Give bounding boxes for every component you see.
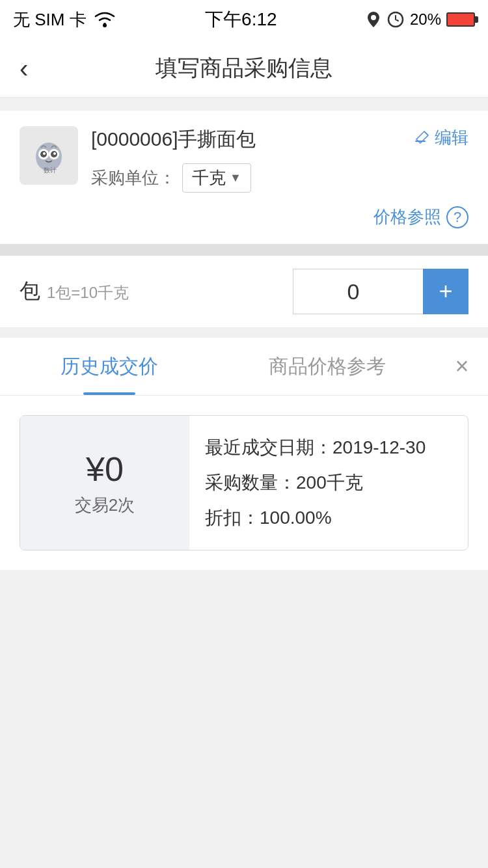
unit-select[interactable]: 千克 ▼: [182, 163, 251, 193]
tab-history-price[interactable]: 历史成交价: [0, 338, 218, 395]
edit-button[interactable]: 编辑: [413, 126, 468, 149]
tab-content: ¥0 交易2次 最近成交日期：2019-12-30 采购数量：200千克 折扣：…: [0, 396, 488, 570]
wifi-icon: [93, 11, 116, 28]
qty-label-wrap: 包 1包=10千克: [20, 277, 129, 306]
price-detail-discount: 折扣：100.00%: [205, 506, 452, 530]
recent-date-label: 最近成交日期：: [205, 437, 332, 457]
price-card: ¥0 交易2次 最近成交日期：2019-12-30 采购数量：200千克 折扣：…: [20, 415, 468, 550]
svg-text:数计: 数计: [44, 167, 57, 174]
nav-bar: ‹ 填写商品采购信息: [0, 39, 488, 98]
price-number: 0: [105, 450, 124, 488]
price-value: ¥0: [86, 450, 124, 489]
status-left: 无 SIM 卡: [13, 8, 116, 31]
price-ref-row: 价格参照 ?: [20, 206, 468, 228]
main-background: [0, 570, 488, 868]
price-detail-date: 最近成交日期：2019-12-30: [205, 435, 452, 460]
price-currency: ¥: [86, 450, 105, 488]
svg-point-8: [43, 152, 46, 155]
back-button[interactable]: ‹: [20, 55, 28, 81]
tab-header: 历史成交价 商品价格参考 ×: [0, 338, 488, 396]
quantity-row: 包 1包=10千克 0 +: [0, 256, 488, 327]
alarm-icon: [386, 10, 405, 29]
svg-point-0: [103, 23, 107, 27]
price-ref-info-icon[interactable]: ?: [446, 206, 468, 228]
price-detail-quantity: 采购数量：200千克: [205, 470, 452, 495]
edit-label: 编辑: [435, 126, 468, 149]
product-info: [0000006]手撕面包 采购单位： 千克 ▼: [91, 126, 413, 193]
page-title: 填写商品采购信息: [156, 53, 332, 83]
status-right: 20%: [366, 10, 475, 29]
section-divider: [0, 244, 488, 256]
status-bar: 无 SIM 卡 下午6:12 20%: [0, 0, 488, 39]
svg-rect-11: [415, 141, 426, 142]
quantity-input[interactable]: 0: [293, 269, 423, 314]
tab-close-button[interactable]: ×: [436, 338, 488, 395]
price-card-right: 最近成交日期：2019-12-30 采购数量：200千克 折扣：100.00%: [189, 416, 468, 550]
battery-percent: 20%: [410, 10, 441, 29]
edit-icon: [413, 129, 431, 147]
price-count: 交易2次: [75, 494, 135, 517]
tab-history-price-label: 历史成交价: [61, 353, 158, 380]
carrier-text: 无 SIM 卡: [13, 8, 87, 31]
discount-label: 折扣：: [205, 508, 260, 528]
quantity-plus-button[interactable]: +: [423, 269, 468, 314]
product-logo-icon: 数计: [29, 136, 68, 175]
qty-input-wrap: 0 +: [293, 269, 468, 314]
battery-icon: [446, 12, 475, 27]
location-icon: [366, 10, 381, 29]
status-time: 下午6:12: [205, 7, 277, 32]
unit-value: 千克: [192, 167, 226, 189]
qty-unit-label: 包: [20, 277, 40, 306]
product-image: 数计: [20, 126, 78, 185]
product-unit-row: 采购单位： 千克 ▼: [91, 163, 413, 193]
product-header: 数计 [0000006]手撕面包 采购单位： 千克 ▼ 编辑: [20, 126, 468, 193]
quantity-value: 200千克: [296, 472, 363, 493]
tab-product-price-ref-label: 商品价格参考: [269, 353, 386, 380]
recent-date-value: 2019-12-30: [332, 437, 426, 457]
product-left: 数计 [0000006]手撕面包 采购单位： 千克 ▼: [20, 126, 413, 193]
svg-point-1: [371, 15, 376, 20]
unit-label: 采购单位：: [91, 167, 176, 189]
product-card: 数计 [0000006]手撕面包 采购单位： 千克 ▼ 编辑: [0, 111, 488, 244]
discount-value: 100.00%: [260, 508, 332, 528]
tab-panel: 历史成交价 商品价格参考 × ¥0 交易2次 最近成交日期：2019-12-30…: [0, 338, 488, 570]
price-card-left: ¥0 交易2次: [20, 416, 189, 550]
svg-point-9: [53, 152, 56, 155]
qty-conversion: 1包=10千克: [47, 282, 129, 303]
product-name: [0000006]手撕面包: [91, 126, 413, 153]
unit-dropdown-arrow: ▼: [230, 171, 241, 185]
quantity-label: 采购数量：: [205, 472, 296, 493]
price-ref-link[interactable]: 价格参照: [373, 206, 441, 228]
tab-product-price-ref[interactable]: 商品价格参考: [218, 338, 436, 395]
